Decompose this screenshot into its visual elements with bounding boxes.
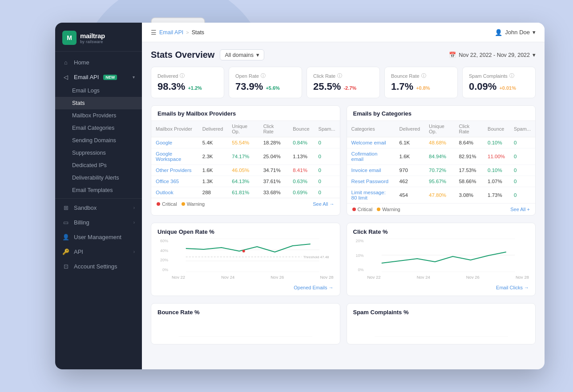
category-cell[interactable]: Limit message: 80 limit: [347, 187, 395, 204]
cat-click-rate-cell: 82.91%: [454, 148, 483, 165]
delivered-cell: 1.3K: [198, 176, 227, 187]
breadcrumb: ☰ Email API > Stats: [151, 29, 204, 36]
mailbox-providers-table: Emails by Mailbox Providers Mailbox Prov…: [151, 105, 340, 216]
table-row: Other Providers 1.6K 46.05% 34.71% 8.41%…: [151, 165, 340, 176]
app-container: M mailtrap by railsware ⌂ Home ◁ Email A…: [55, 23, 545, 369]
sidebar-nav: ⌂ Home ◁ Email API new ▾ Email Logs Stat…: [55, 52, 142, 369]
category-cell[interactable]: Cofirmation email: [347, 148, 395, 165]
metric-delta-open-rate: +5.6%: [266, 85, 280, 91]
sidebar-item-dedicated-ips[interactable]: Dedicated IPs: [55, 159, 142, 172]
provider-cell[interactable]: Google: [151, 137, 198, 148]
table-row: Reset Password 462 95.67% 58.66% 1.07% 0: [347, 176, 536, 187]
info-icon-delivered[interactable]: ⓘ: [180, 72, 185, 79]
open-rate-x-labels: Nov 22Nov 24Nov 26Nov 28: [157, 275, 334, 280]
user-mgmt-icon: 👤: [62, 234, 69, 240]
sidebar-item-user-management[interactable]: 👤 User Management: [55, 230, 142, 244]
info-icon-spam[interactable]: ⓘ: [509, 72, 514, 79]
provider-cell[interactable]: Google Workspace: [151, 148, 198, 165]
col-provider: Mailbox Provider: [151, 121, 198, 137]
date-range-picker[interactable]: 📅 Nov 22, 2022 - Nov 29, 2022 ▾: [449, 52, 536, 58]
unique-op-cell: 61.81%: [227, 187, 258, 198]
click-rate-x-labels: Nov 22Nov 24Nov 26Nov 28: [353, 275, 529, 280]
main-content: ☰ Email API > Stats 👤 John Doe ▾ Stats O…: [142, 23, 545, 369]
critical-legend: Critical: [157, 201, 177, 207]
category-cell[interactable]: Reset Password: [347, 176, 395, 187]
info-icon-click-rate[interactable]: ⓘ: [337, 72, 342, 79]
categories-see-all[interactable]: See All +: [510, 207, 530, 212]
mailbox-see-all[interactable]: See All →: [313, 201, 334, 207]
click-rate-cell: 18.28%: [259, 137, 289, 148]
sidebar-item-api[interactable]: 🔑 API ›: [55, 244, 142, 259]
bounce-cell: 0.84%: [288, 137, 314, 148]
spam-cell: 0: [314, 165, 340, 176]
cat-click-rate-cell: 3.08%: [454, 187, 483, 204]
sidebar-item-sandbox[interactable]: ⊞ Sandbox ›: [55, 200, 142, 215]
info-icon-open-rate[interactable]: ⓘ: [261, 72, 266, 79]
sidebar-item-deliverability-alerts[interactable]: Deliverability Alerts: [55, 172, 142, 184]
spam-cell: 0: [314, 176, 340, 187]
unique-op-cell: 74.17%: [227, 148, 258, 165]
sidebar-item-billing[interactable]: ▭ Billing ›: [55, 215, 142, 230]
cat-spam-cell: 0: [509, 148, 535, 165]
category-cell[interactable]: Welcome email: [347, 137, 395, 148]
menu-icon[interactable]: ☰: [151, 29, 157, 36]
sidebar-item-email-api[interactable]: ◁ Email API new ▾: [55, 70, 142, 84]
domain-select[interactable]: All domains ▾: [220, 49, 264, 60]
metric-card-click-rate: Click Rate ⓘ 25.5% -2.7%: [307, 67, 380, 98]
cat-col-bounce: Bounce: [483, 121, 509, 137]
cat-spam-cell: 0: [509, 165, 535, 176]
sidebar-item-suppressions[interactable]: Suppressions: [55, 147, 142, 159]
provider-cell[interactable]: Other Providers: [151, 165, 198, 176]
provider-cell[interactable]: Outlook: [151, 187, 198, 198]
provider-cell[interactable]: Office 365: [151, 176, 198, 187]
delivered-cell: 288: [198, 187, 227, 198]
metric-label-open-rate: Open Rate ⓘ: [235, 72, 295, 79]
metric-label-bounce-rate: Bounce Rate ⓘ: [391, 72, 451, 79]
cat-col-unique-op: Unique Op.: [424, 121, 454, 137]
email-api-icon: ◁: [62, 74, 69, 80]
bounce-cell: 8.41%: [288, 165, 314, 176]
topbar: ☰ Email API > Stats 👤 John Doe ▾: [142, 23, 545, 42]
topbar-user[interactable]: 👤 John Doe ▾: [495, 29, 536, 36]
bounce-chart-title: Bounce Rate %: [157, 309, 334, 316]
open-rate-chart-area: 60% 40% 20% 0%: [157, 239, 334, 283]
sidebar-item-mailbox-providers[interactable]: Mailbox Providers: [55, 109, 142, 122]
category-cell[interactable]: Invoice email: [347, 165, 395, 176]
sidebar-item-sending-domains[interactable]: Sending Domains: [55, 134, 142, 147]
info-icon-bounce-rate[interactable]: ⓘ: [421, 72, 426, 79]
breadcrumb-link[interactable]: Email API: [159, 29, 183, 36]
metric-label-spam: Spam Complaints ⓘ: [469, 72, 529, 79]
cat-bounce-cell: 11.00%: [483, 148, 509, 165]
sidebar-item-email-logs[interactable]: Email Logs: [55, 84, 142, 97]
spam-chart-svg: [353, 319, 529, 337]
table-row: Welcome email 6.1K 48.68% 8.64% 0.10% 0: [347, 137, 536, 148]
bounce-cell: 1.13%: [288, 148, 314, 165]
cat-col-spam: Spam...: [509, 121, 535, 137]
col-unique-op: Unique Op.: [227, 121, 258, 137]
cat-col-category: Categories: [347, 121, 395, 137]
sidebar-item-account-settings[interactable]: ⊡ Account Settings: [55, 259, 142, 274]
billing-icon: ▭: [62, 219, 69, 226]
cat-spam-cell: 0: [509, 187, 535, 204]
metric-value-open-rate: 73.9%: [235, 81, 263, 92]
api-icon: 🔑: [62, 248, 69, 255]
sidebar-item-home[interactable]: ⌂ Home: [55, 55, 142, 70]
cat-unique-op-cell: 48.68%: [424, 137, 454, 148]
metric-value-click-rate: 25.5%: [313, 81, 341, 92]
open-rate-footer[interactable]: Opened Emails →: [157, 285, 334, 290]
spam-cell: 0: [314, 148, 340, 165]
cat-spam-cell: 0: [509, 176, 535, 187]
settings-icon: ⊡: [62, 263, 69, 270]
sidebar-item-email-templates[interactable]: Email Templates: [55, 184, 142, 196]
sidebar-item-email-categories[interactable]: Email Categories: [55, 122, 142, 134]
tables-section: Emails by Mailbox Providers Mailbox Prov…: [151, 105, 536, 216]
cat-critical-dot: [352, 208, 356, 211]
svg-point-7: [242, 250, 245, 252]
click-rate-footer[interactable]: Email Clicks →: [353, 285, 529, 290]
metric-delta-click-rate: -2.7%: [343, 85, 356, 91]
cat-click-rate-cell: 8.64%: [454, 137, 483, 148]
table-row: Limit message: 80 limit 454 47.80% 3.08%…: [347, 187, 536, 204]
cat-unique-op-cell: 70.72%: [424, 165, 454, 176]
sidebar-item-stats[interactable]: Stats: [55, 97, 142, 109]
spam-cell: 0: [314, 187, 340, 198]
